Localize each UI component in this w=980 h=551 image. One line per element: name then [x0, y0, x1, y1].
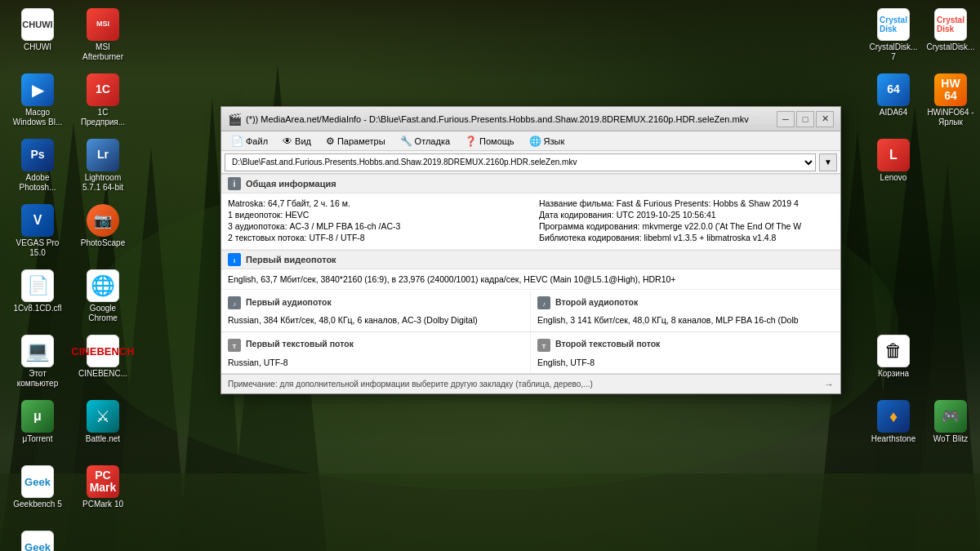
lib-info: Библиотека кодирования: libebml v1.3.5 +… [539, 233, 834, 242]
vegas-label: VEGAS Pro15.0 [16, 238, 60, 258]
desktop-icons-left: CHUWI CHUWI MSI MSIAfterburner ▶ MacgoWi… [0, 0, 140, 551]
wot-blitz-icon: 🎮 [934, 400, 967, 433]
photoshop-icon: Ps [21, 139, 54, 171]
minimize-button[interactable]: ─ [777, 111, 795, 127]
text2-title: Второй текстовый поток [555, 339, 660, 349]
msi-label: MSIAfterburner [82, 42, 123, 62]
desktop-icon-chuwi[interactable]: CHUWI CHUWI [5, 5, 70, 70]
desktop-icon-cinebench[interactable]: CINEBENCH CINEBENC... [70, 331, 136, 397]
text2-value: English, UTF-8 [537, 357, 834, 369]
photoscapex-label: PhotoScape [81, 238, 126, 248]
desktop-icon-photoshop[interactable]: Ps AdobePhotosh... [5, 136, 70, 201]
chrome-label: GoogleChrome [88, 304, 118, 323]
mediainfo-app-icon: 🎬 [228, 113, 241, 126]
text1-title: Первый текстовый поток [246, 339, 354, 349]
text1-header: T Первый текстовый поток [228, 337, 523, 353]
desktop-icon-hwinfo64[interactable]: HW64 HWiNFO64 -Ярлык [918, 70, 980, 136]
audio1-icon: ♪ [228, 296, 241, 309]
browse-button[interactable]: ▼ [819, 153, 837, 171]
audio1-value: Russian, 384 Кбит/сек, 48,0 КГц, 6 канал… [228, 314, 523, 327]
menu-debug[interactable]: 🔧 Отладка [394, 134, 457, 149]
desktop-icon-aida64[interactable]: 64 AIDA64 [861, 70, 926, 136]
general-section-icon: i [228, 177, 241, 190]
date-info: Дата кодирования: UTC 2019-10-25 10:56:4… [539, 210, 834, 220]
video-section-icon: i [228, 253, 241, 266]
filepath-select[interactable]: D:\Blue\Fast.and.Furious.Presents.Hobbs.… [225, 153, 816, 171]
svg-text:i: i [234, 180, 236, 189]
desktop-icon-1cv8[interactable]: 📄 1Cv8.1CD.cfl [5, 266, 70, 331]
desktop-icon-1c[interactable]: 1С 1СПредприя... [70, 70, 136, 136]
desktop-icon-macgo[interactable]: ▶ MacgoWindows Bl... [5, 70, 70, 136]
lenovo-label: Lenovo [880, 173, 907, 183]
desktop-icon-utorrent[interactable]: μ μTorrent [5, 397, 70, 462]
desktop-icon-wot-blitz[interactable]: 🎮 WoT Blitz [918, 397, 980, 462]
this-pc-label: Этоткомпьютер [17, 369, 58, 389]
lang-menu-icon: 🌐 [529, 136, 541, 147]
desktop-icon-photoscapex[interactable]: 📷 PhotoScape [70, 201, 136, 266]
recycle-bin-icon: 🗑 [877, 335, 910, 367]
menu-view[interactable]: 👁 Вид [276, 134, 318, 149]
restore-button[interactable]: □ [796, 111, 814, 127]
macgo-label: MacgoWindows Bl... [13, 108, 63, 127]
video-section-title: Первый видеопоток [246, 255, 336, 264]
desktop-icon-hearthstone[interactable]: ♦ Hearthstone [861, 397, 926, 462]
menu-file[interactable]: 📄 Файл [225, 134, 274, 149]
audio1-column: ♪ Первый аудиопоток Russian, 384 Кбит/се… [221, 290, 531, 331]
menu-lang[interactable]: 🌐 Язык [523, 134, 572, 149]
1cv8-icon: 📄 [21, 269, 54, 302]
desktop: CHUWI CHUWI MSI MSIAfterburner ▶ MacgoWi… [0, 0, 980, 551]
battlenet-icon: ⚔ [87, 400, 119, 433]
desktop-icon-vegas[interactable]: V VEGAS Pro15.0 [5, 201, 70, 266]
pcmark-label: PCMark 10 [82, 500, 123, 509]
menu-help[interactable]: ❓ Помощь [458, 134, 521, 149]
desktop-icon-msi[interactable]: MSI MSIAfterburner [70, 5, 136, 70]
video-section-header: i Первый видеопоток [221, 250, 840, 269]
utorrent-label: μTorrent [23, 434, 53, 444]
menu-options[interactable]: ⚙ Параметры [319, 134, 392, 149]
desktop-icon-lenovo[interactable]: L Lenovo [861, 136, 926, 201]
options-menu-icon: ⚙ [326, 136, 335, 147]
desktop-icon-battlenet[interactable]: ⚔ Battle.net [70, 397, 136, 462]
svg-text:T: T [542, 343, 546, 350]
svg-text:♪: ♪ [233, 300, 236, 308]
audio2-icon: ♪ [537, 296, 550, 309]
svg-text:T: T [233, 343, 237, 350]
window-titlebar[interactable]: 🎬 (*)) MediaArea.net/MediaInfo - D:\Blue… [221, 107, 840, 131]
text1-column: T Первый текстовый поток Russian, UTF-8 [221, 332, 531, 374]
audio2-header: ♪ Второй аудиопоток [537, 295, 834, 311]
desktop-icon-geekbench4[interactable]: Geek Geekbench 4- Ярлык [5, 527, 70, 551]
window-menubar: 📄 Файл 👁 Вид ⚙ Параметры 🔧 Отладка ❓ Пом… [221, 131, 840, 151]
general-info-grid: Matroska: 64,7 Гбайт, 2 ч. 16 м. 1 видео… [221, 193, 840, 250]
text1-value: Russian, UTF-8 [228, 357, 523, 369]
desktop-icon-lightroom[interactable]: Lr Lightroom5.7.1 64-bit [70, 136, 136, 201]
general-section-header: i Общая информация [221, 174, 840, 193]
window-footer: Примечание: для дополнительной информаци… [221, 374, 840, 393]
menu-view-label: Вид [295, 136, 311, 146]
footer-arrow[interactable]: → [824, 379, 834, 390]
text-stream-section: T Первый текстовый поток Russian, UTF-8 … [221, 332, 840, 375]
desktop-icon-crystaldisk-r[interactable]: CrystalDisk CrystalDisk... [918, 5, 980, 70]
svg-text:♪: ♪ [542, 300, 546, 308]
text2-header: T Второй текстовый поток [537, 337, 834, 353]
hearthstone-icon: ♦ [877, 400, 910, 433]
menu-options-label: Параметры [337, 136, 385, 146]
this-pc-icon: 💻 [21, 335, 54, 367]
desktop-icons-right: CrystalDisk CrystalDisk...7 CrystalDisk … [856, 0, 980, 467]
svg-text:i: i [234, 257, 235, 264]
desktop-icon-pcmark[interactable]: PCMark PCMark 10 [70, 462, 136, 527]
crystaldisk7-icon: CrystalDisk [877, 8, 910, 41]
desktop-icon-geekbench5[interactable]: Geek Geekbench 5 [5, 462, 70, 527]
general-left: Matroska: 64,7 Гбайт, 2 ч. 16 м. 1 видео… [228, 198, 523, 244]
photoshop-label: AdobePhotosh... [19, 173, 56, 193]
desktop-icon-this-pc[interactable]: 💻 Этоткомпьютер [5, 331, 70, 397]
desktop-icon-chrome[interactable]: 🌐 GoogleChrome [70, 266, 136, 331]
audio1-title: Первый аудиопоток [246, 297, 332, 307]
desktop-icon-recycle-bin[interactable]: 🗑 Корзина [861, 331, 926, 397]
menu-help-label: Помощь [479, 136, 514, 146]
audio2-column: ♪ Второй аудиопоток English, 3 141 Кбит/… [531, 290, 840, 331]
desktop-icon-crystaldisk7[interactable]: CrystalDisk CrystalDisk...7 [861, 5, 926, 70]
video-info: 1 видеопоток: HEVC [228, 210, 523, 220]
menu-file-label: Файл [246, 136, 268, 146]
msi-icon: MSI [87, 8, 119, 41]
close-button[interactable]: ✕ [816, 111, 834, 127]
